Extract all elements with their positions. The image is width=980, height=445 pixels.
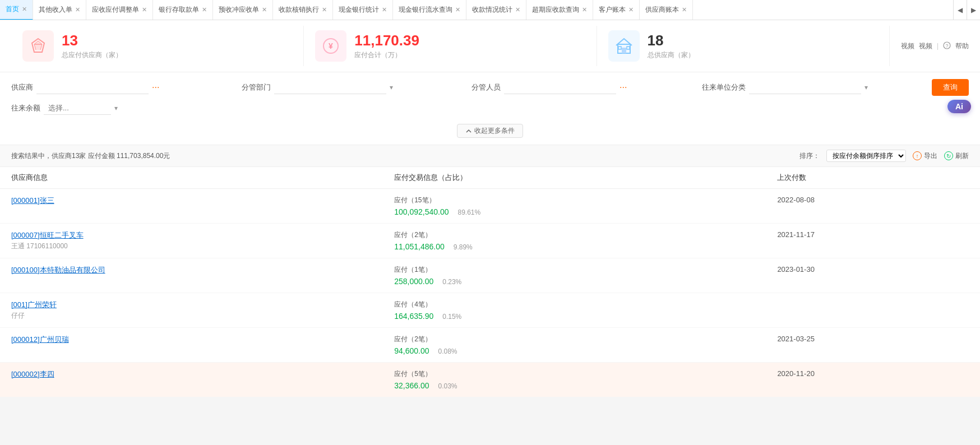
nav-tab-overdue-close[interactable]: ✕: [582, 6, 587, 13]
refresh-label: 刷新: [955, 151, 969, 161]
supplier-link[interactable]: [000007]恒旺二手叉车: [11, 231, 84, 239]
supplier-info-cell: [000100]本特勒油品有限公司: [11, 265, 394, 275]
category-filter-input[interactable]: [749, 81, 861, 94]
tx-label: 应付（15笔）: [394, 196, 777, 205]
tx-percent-value: 0.08%: [438, 347, 457, 355]
svg-rect-11: [618, 47, 621, 49]
tx-label: 应付（2笔）: [394, 335, 777, 344]
tx-amount-row: 164,635.900.15%: [394, 312, 777, 321]
collapse-label: 收起更多条件: [474, 126, 515, 136]
nav-tab-adjust-close[interactable]: ✕: [142, 6, 147, 13]
help-label[interactable]: 帮助: [955, 41, 969, 51]
summary-content-amount: 11,170.39 应付合计（万）: [354, 32, 419, 60]
supplier-count: 13: [62, 32, 122, 49]
tx-percent-value: 89.61%: [458, 208, 481, 216]
supplier-link[interactable]: [000001]张三: [11, 196, 54, 205]
supplier-link[interactable]: [000002]李四: [11, 370, 54, 378]
tx-label: 应付（2笔）: [394, 230, 777, 240]
summary-item-total: 18 总供应商（家）: [597, 26, 890, 66]
ai-badge[interactable]: Ai: [947, 100, 971, 113]
nav-prev-arrow[interactable]: ◀: [953, 0, 967, 20]
result-bar: 搜索结果中，供应商13家 应付金额 111,703,854.00元 排序： 按应…: [0, 145, 980, 167]
nav-next-arrow[interactable]: ▶: [967, 0, 980, 20]
nav-tab-home-label: 首页: [6, 4, 19, 14]
filter-row-1: 供应商 ··· 分管部门 ▾ 分管人员 ··· 往来单位分类 ▾ 查询: [11, 79, 969, 96]
nav-tab-custbook[interactable]: 客户账本 ✕: [593, 0, 640, 20]
last-pay-cell: 2021-03-25: [777, 335, 969, 343]
dept-chevron-icon[interactable]: ▾: [390, 84, 393, 91]
nav-tab-advance-label: 预收冲应收单: [219, 5, 259, 15]
nav-tab-overdue[interactable]: 超期应收款查询 ✕: [526, 0, 593, 20]
balance-chevron-icon[interactable]: ▾: [114, 104, 118, 112]
dept-filter-input[interactable]: [274, 81, 386, 94]
nav-tab-verify[interactable]: 收款核销执行 ✕: [273, 0, 333, 20]
nav-tab-cashflow-label: 现金银行流水查询: [399, 5, 452, 15]
last-pay-cell: 2022-08-08: [777, 196, 969, 204]
nav-tab-custbook-close[interactable]: ✕: [628, 6, 634, 13]
person-filter-dots[interactable]: ···: [620, 82, 627, 92]
supplier-link[interactable]: [001]广州荣轩: [11, 300, 57, 309]
nav-tab-cashstat[interactable]: 现金银行统计 ✕: [333, 0, 393, 20]
help-icon: ?: [943, 41, 951, 51]
nav-tab-advance-close[interactable]: ✕: [262, 6, 267, 13]
filter-category: 往来单位分类 ▾: [702, 81, 923, 94]
category-filter-label: 往来单位分类: [702, 82, 746, 92]
tx-info-cell: 应付（4笔）164,635.900.15%: [394, 300, 777, 321]
summary-content-total: 18 总供应商（家）: [648, 32, 695, 60]
tx-amount-value[interactable]: 258,000.00: [394, 277, 433, 286]
export-label: 导出: [924, 151, 937, 161]
tx-amount-row: 32,366.000.03%: [394, 381, 777, 390]
filter-area: 供应商 ··· 分管部门 ▾ 分管人员 ··· 往来单位分类 ▾ 查询 往来余额…: [0, 72, 980, 145]
balance-filter-input[interactable]: [44, 101, 111, 115]
video-label[interactable]: 视频: [919, 41, 932, 51]
nav-tab-suppbook-close[interactable]: ✕: [682, 6, 687, 13]
filter-dept: 分管部门 ▾: [242, 81, 463, 94]
nav-tab-income-close[interactable]: ✕: [75, 6, 80, 13]
nav-tab-adjust[interactable]: 应收应付调整单 ✕: [86, 0, 153, 20]
nav-tab-bank-close[interactable]: ✕: [202, 6, 207, 13]
refresh-icon: ↻: [944, 151, 953, 160]
supplier-info-cell: [001]广州荣轩仔仔: [11, 300, 394, 321]
query-button[interactable]: 查询: [932, 79, 969, 96]
nav-tab-home-close[interactable]: ✕: [22, 6, 27, 13]
nav-tab-collection[interactable]: 收款情况统计 ✕: [466, 0, 526, 20]
nav-tab-collection-close[interactable]: ✕: [515, 6, 520, 13]
tx-amount-value[interactable]: 164,635.90: [394, 312, 433, 321]
refresh-button[interactable]: ↻ 刷新: [944, 151, 969, 161]
col-header-supplier: 供应商信息: [11, 173, 394, 183]
nav-tab-suppbook[interactable]: 供应商账本 ✕: [640, 0, 693, 20]
nav-tab-home[interactable]: 首页 ✕: [0, 0, 33, 20]
supplier-link[interactable]: [000012]广州贝瑞: [11, 335, 69, 344]
supplier-filter-dots[interactable]: ···: [152, 82, 159, 92]
nav-tab-bank[interactable]: 银行存取款单 ✕: [153, 0, 213, 20]
nav-tab-cashstat-close[interactable]: ✕: [382, 6, 387, 13]
nav-tab-cashflow-close[interactable]: ✕: [455, 6, 460, 13]
table-row: [000007]恒旺二手叉车王通 17106110000应付（2笔）11,051…: [0, 224, 980, 258]
nav-tab-bank-label: 银行存取款单: [159, 5, 199, 15]
collapse-button[interactable]: 收起更多条件: [457, 124, 523, 138]
nav-tab-verify-close[interactable]: ✕: [322, 6, 327, 13]
nav-tab-collection-label: 收款情况统计: [472, 5, 512, 15]
table-row: [000002]李四应付（5笔）32,366.000.03%2020-11-20: [0, 363, 980, 397]
result-summary-text: 搜索结果中，供应商13家 应付金额 111,703,854.00元: [11, 151, 170, 161]
tx-info-cell: 应付（15笔）100,092,540.0089.61%: [394, 196, 777, 216]
tx-amount-value[interactable]: 94,600.00: [394, 346, 429, 355]
nav-tab-income[interactable]: 其他收入单 ✕: [33, 0, 86, 20]
main-content: [000001]张三应付（15笔）100,092,540.0089.61%202…: [0, 189, 980, 397]
export-button[interactable]: ↑ 导出: [913, 151, 937, 161]
video-link[interactable]: 视频: [901, 41, 914, 51]
nav-tab-advance[interactable]: 预收冲应收单 ✕: [213, 0, 273, 20]
tx-amount-value[interactable]: 11,051,486.00: [394, 242, 445, 251]
category-chevron-icon[interactable]: ▾: [865, 84, 868, 91]
supplier-link[interactable]: [000100]本特勒油品有限公司: [11, 266, 105, 274]
sort-label: 排序：: [799, 151, 820, 161]
filter-person: 分管人员 ···: [471, 81, 693, 94]
nav-tab-cashflow[interactable]: 现金银行流水查询 ✕: [393, 0, 466, 20]
supplier-filter-input[interactable]: [36, 81, 149, 94]
sort-select[interactable]: 按应付余额倒序排序 按应付余额正序排序 按供应商名称排序: [826, 150, 906, 162]
nav-tab-adjust-label: 应收应付调整单: [92, 5, 139, 15]
tx-amount-value[interactable]: 100,092,540.00: [394, 207, 449, 216]
top-right-links: 视频 视频 | ? 帮助: [890, 41, 969, 51]
person-filter-input[interactable]: [504, 81, 616, 94]
tx-amount-value[interactable]: 32,366.00: [394, 381, 429, 390]
